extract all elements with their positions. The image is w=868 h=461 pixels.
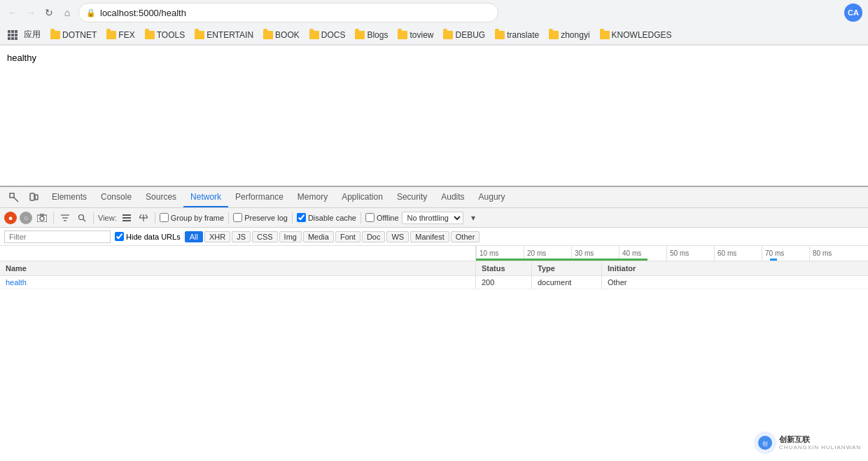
folder-icon bbox=[600, 31, 610, 39]
tab-audits[interactable]: Audits bbox=[434, 188, 471, 207]
view-grid-icon[interactable] bbox=[136, 211, 150, 225]
th-initiator[interactable]: Initiator bbox=[602, 261, 868, 275]
th-status[interactable]: Status bbox=[476, 261, 532, 275]
bookmark-blogs[interactable]: Blogs bbox=[351, 29, 392, 41]
filter-doc-btn[interactable]: Doc bbox=[362, 231, 386, 242]
th-name[interactable]: Name bbox=[0, 261, 476, 275]
profile-avatar[interactable]: CA bbox=[844, 4, 862, 22]
filter-img-btn[interactable]: Img bbox=[279, 231, 302, 242]
search-icon[interactable] bbox=[75, 211, 89, 225]
filter-other-btn[interactable]: Other bbox=[451, 231, 480, 242]
offline-checkbox[interactable]: Offline bbox=[365, 213, 399, 222]
filter-css-btn[interactable]: CSS bbox=[252, 231, 278, 242]
tab-augury[interactable]: Augury bbox=[472, 188, 512, 207]
tab-security[interactable]: Security bbox=[390, 188, 434, 207]
preserve-log-input[interactable] bbox=[233, 213, 242, 222]
bookmark-knowledges[interactable]: KNOWLEDGES bbox=[596, 29, 676, 41]
logo-circle: 创 bbox=[754, 432, 776, 454]
group-by-frame-input[interactable] bbox=[160, 213, 169, 222]
bookmark-label: Blogs bbox=[367, 30, 388, 40]
filter-xhr-btn[interactable]: XHR bbox=[204, 231, 230, 242]
svg-rect-1 bbox=[11, 30, 14, 33]
throttling-select[interactable]: No throttling bbox=[402, 212, 463, 224]
bookmark-entertain[interactable]: ENTERTAIN bbox=[190, 29, 258, 41]
filter-ws-btn[interactable]: WS bbox=[386, 231, 409, 242]
td-type: document bbox=[532, 276, 602, 289]
bookmark-toview[interactable]: toview bbox=[393, 29, 438, 41]
bookmark-book[interactable]: BOOK bbox=[259, 29, 304, 41]
page-content: healthy bbox=[0, 46, 868, 186]
separator bbox=[155, 212, 155, 223]
back-button[interactable]: ← bbox=[6, 6, 20, 20]
bookmark-label: ENTERTAIN bbox=[206, 30, 253, 40]
home-button[interactable]: ⌂ bbox=[60, 6, 74, 20]
hide-data-urls-input[interactable] bbox=[115, 232, 124, 241]
preserve-log-label: Preserve log bbox=[244, 214, 288, 222]
bookmarks-bar: 应用 DOTNET FEX TOOLS ENTERTAIN BOOK DOCS … bbox=[0, 25, 868, 45]
forward-button[interactable]: → bbox=[24, 6, 38, 20]
timeline-ruler: 10 ms 20 ms 30 ms 40 ms 50 ms 60 ms 70 m… bbox=[0, 246, 868, 261]
device-icon[interactable] bbox=[25, 189, 42, 206]
apps-icon[interactable] bbox=[6, 28, 20, 42]
separator bbox=[360, 212, 361, 223]
folder-icon bbox=[355, 31, 365, 39]
inspect-icon[interactable] bbox=[6, 189, 22, 206]
network-table: Name Status Type Initiator health 200 do… bbox=[0, 261, 868, 461]
bookmark-translate[interactable]: translate bbox=[491, 29, 543, 41]
tab-network[interactable]: Network bbox=[183, 188, 228, 207]
group-by-frame-checkbox[interactable]: Group by frame bbox=[160, 213, 224, 222]
bookmark-zhongyi[interactable]: zhongyi bbox=[545, 29, 594, 41]
clear-button[interactable]: ○ bbox=[20, 212, 32, 224]
bookmark-fex[interactable]: FEX bbox=[102, 29, 139, 41]
svg-rect-0 bbox=[8, 30, 10, 33]
preserve-log-checkbox[interactable]: Preserve log bbox=[233, 213, 288, 222]
svg-rect-8 bbox=[15, 37, 18, 40]
filter-js-btn[interactable]: JS bbox=[232, 231, 251, 242]
hide-data-urls-label: Hide data URLs bbox=[126, 233, 181, 241]
bookmark-docs[interactable]: DOCS bbox=[305, 29, 350, 41]
svg-line-10 bbox=[14, 198, 18, 202]
svg-rect-22 bbox=[122, 217, 131, 219]
reload-button[interactable]: ↻ bbox=[42, 6, 56, 20]
filter-all-btn[interactable]: All bbox=[185, 231, 203, 242]
bookmark-label: BOOK bbox=[275, 30, 300, 40]
view-list-icon[interactable] bbox=[120, 211, 134, 225]
tab-application[interactable]: Application bbox=[335, 188, 390, 207]
tab-sources[interactable]: Sources bbox=[139, 188, 183, 207]
offline-input[interactable] bbox=[365, 213, 374, 222]
record-button[interactable]: ● bbox=[4, 212, 17, 224]
svg-rect-4 bbox=[11, 34, 14, 36]
filter-font-btn[interactable]: Font bbox=[335, 231, 360, 242]
folder-icon bbox=[106, 31, 116, 39]
table-row[interactable]: health 200 document Other bbox=[0, 276, 868, 289]
tab-console[interactable]: Console bbox=[94, 188, 139, 207]
svg-line-27 bbox=[146, 214, 148, 218]
hide-data-urls-checkbox[interactable]: Hide data URLs bbox=[115, 232, 181, 241]
tab-performance[interactable]: Performance bbox=[228, 188, 290, 207]
bookmark-label: toview bbox=[410, 30, 433, 40]
secure-icon: 🔒 bbox=[86, 8, 96, 18]
filter-media-btn[interactable]: Media bbox=[303, 231, 334, 242]
bookmark-tools[interactable]: TOOLS bbox=[141, 29, 189, 41]
separator bbox=[93, 212, 94, 223]
td-name: health bbox=[0, 276, 476, 289]
filter-input[interactable] bbox=[4, 230, 111, 243]
filter-bar: Hide data URLs All XHR JS CSS Img Media … bbox=[0, 228, 868, 246]
th-type[interactable]: Type bbox=[532, 261, 602, 275]
disable-cache-checkbox[interactable]: Disable cache bbox=[297, 213, 356, 222]
svg-rect-9 bbox=[10, 193, 14, 198]
tab-elements[interactable]: Elements bbox=[45, 188, 94, 207]
filter-manifest-btn[interactable]: Manifest bbox=[410, 231, 449, 242]
svg-rect-23 bbox=[122, 220, 131, 221]
disable-cache-input[interactable] bbox=[297, 213, 306, 222]
ruler-bar-blue bbox=[770, 259, 777, 261]
folder-icon bbox=[195, 31, 204, 39]
bookmark-dotnet[interactable]: DOTNET bbox=[46, 29, 101, 41]
url-input[interactable] bbox=[100, 8, 491, 18]
bookmark-debug[interactable]: DEBUG bbox=[439, 29, 489, 41]
camera-icon[interactable] bbox=[35, 211, 49, 225]
tab-memory[interactable]: Memory bbox=[290, 188, 335, 207]
separator bbox=[292, 212, 293, 223]
throttling-dropdown-icon[interactable]: ▾ bbox=[466, 211, 480, 225]
filter-icon[interactable] bbox=[58, 211, 72, 225]
